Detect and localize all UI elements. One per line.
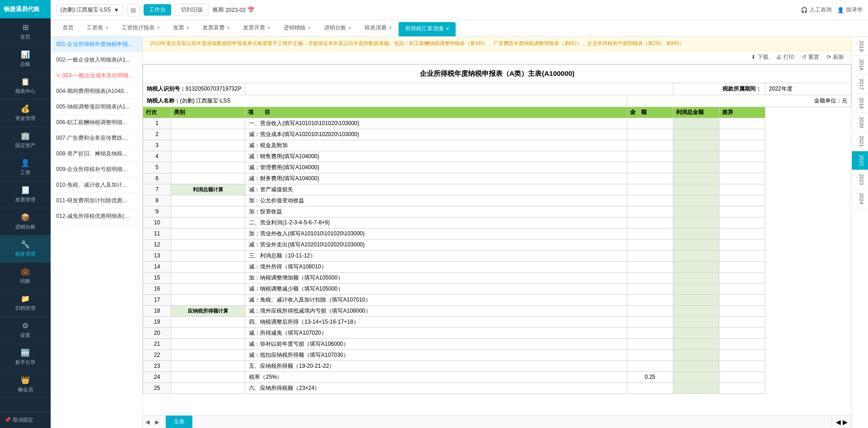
sidebar-item-设置[interactable]: ⚙设置 (0, 317, 51, 344)
left-panel-item-011[interactable]: 011-研发费用加计扣除优惠... (51, 193, 142, 209)
sidebar-item-固定资产[interactable]: 🏢固定资产 (0, 127, 51, 154)
logo[interactable]: 畅捷通易代账 (0, 0, 51, 18)
sheet-nav-right[interactable]: ▶ (152, 419, 162, 425)
tab-close-icon[interactable]: ✕ (348, 25, 352, 30)
tab-工资表[interactable]: 工资表✕ (80, 20, 115, 36)
tab-close-icon[interactable]: ✕ (226, 25, 230, 30)
year-item-2017[interactable]: 2017 (852, 75, 868, 94)
diff-cell[interactable] (719, 250, 765, 261)
year-item-2016[interactable]: 2016 (852, 56, 868, 74)
profit-cell[interactable] (673, 195, 719, 206)
left-panel-item-007[interactable]: 007-广告费和业务宣传费跌... (51, 131, 142, 146)
diff-cell[interactable] (719, 316, 765, 327)
tab-进销稽核[interactable]: 进销稽核✕ (277, 20, 318, 36)
profit-cell[interactable] (673, 228, 719, 239)
amount-cell[interactable] (627, 195, 673, 206)
tab-close-icon[interactable]: ✕ (388, 25, 392, 30)
sidebar-footer[interactable]: 📌 取消固定 (0, 411, 51, 428)
sidebar-item-畅会员[interactable]: 👑畅会员 (0, 371, 51, 398)
diff-cell[interactable] (719, 349, 765, 360)
diff-cell[interactable] (719, 305, 765, 316)
sidebar-item-报表中心[interactable]: 📋报表中心 (0, 73, 51, 100)
year-item-2019[interactable]: 2019 (852, 37, 868, 56)
tab-close-icon[interactable]: ✕ (446, 26, 449, 31)
year-item-2024[interactable]: 2024 (852, 189, 868, 208)
diff-cell[interactable] (719, 206, 765, 217)
tab-close-icon[interactable]: ✕ (267, 25, 271, 30)
profit-cell[interactable] (673, 162, 719, 173)
profit-cell[interactable] (673, 217, 719, 228)
profit-cell[interactable] (673, 327, 719, 338)
amount-cell[interactable] (627, 316, 673, 327)
diff-cell[interactable] (719, 140, 765, 151)
amount-cell[interactable] (627, 184, 673, 195)
amount-cell[interactable] (627, 118, 673, 129)
profit-cell[interactable] (673, 261, 719, 272)
scroll-left-icon[interactable]: ◀ (836, 418, 841, 426)
amount-cell[interactable] (627, 349, 673, 360)
profit-cell[interactable] (673, 294, 719, 305)
profit-cell[interactable] (673, 140, 719, 151)
profit-cell[interactable] (673, 349, 719, 360)
tab-所得税汇算清缴[interactable]: 所得税汇算清缴✕ (399, 22, 456, 36)
amount-cell[interactable] (627, 360, 673, 371)
tab-税表清册[interactable]: 税表清册✕ (358, 20, 399, 36)
sidebar-item-进销台账[interactable]: 📦进销台账 (0, 208, 51, 235)
sidebar-item-税务管理[interactable]: 🔧税务管理 (0, 235, 51, 263)
switch-old-button[interactable]: 切到旧版 (175, 4, 209, 16)
profit-cell[interactable] (673, 239, 719, 250)
profit-cell[interactable] (673, 305, 719, 316)
diff-cell[interactable] (719, 129, 765, 140)
left-panel-item-005[interactable]: 005-纳税调整项目明细表(A1... (51, 99, 142, 115)
amount-cell[interactable] (627, 294, 673, 305)
profit-cell[interactable] (673, 316, 719, 327)
diff-cell[interactable] (719, 283, 765, 294)
amount-cell[interactable] (627, 305, 673, 316)
profit-cell[interactable] (673, 360, 719, 371)
tab-close-icon[interactable]: ✕ (156, 25, 160, 30)
company-selector[interactable]: (勿删) 江西服宝-LSS ▼ (56, 4, 123, 16)
year-item-2023[interactable]: 2023 (852, 170, 868, 189)
left-panel-item-006[interactable]: 006-职工薪酬纳税调整明细... (51, 115, 142, 131)
tab-close-icon[interactable]: ✕ (186, 25, 190, 30)
diff-cell[interactable] (719, 239, 765, 250)
amount-cell[interactable] (627, 338, 673, 349)
diff-cell[interactable] (719, 261, 765, 272)
amount-cell[interactable]: 0.25 (627, 371, 673, 382)
profit-cell[interactable] (673, 338, 719, 349)
amount-cell[interactable] (627, 382, 673, 394)
amount-cell[interactable] (627, 239, 673, 250)
left-panel-item-004[interactable]: 004-期间费用明细表(A1040... (51, 84, 142, 99)
amount-cell[interactable] (627, 206, 673, 217)
left-panel-item-008[interactable]: 008-资产折旧、摊销及纳税... (51, 146, 142, 162)
tab-close-icon[interactable]: ✕ (307, 25, 311, 30)
left-panel-item-003[interactable]: ⊙ 003-一般企业成本支出明细... (51, 68, 142, 84)
left-panel-item-009[interactable]: 009-企业所得税补亏损明细... (51, 162, 142, 177)
user-profile[interactable]: 👤 徐泽华 (837, 6, 862, 14)
diff-cell[interactable] (719, 162, 765, 173)
diff-cell[interactable] (719, 272, 765, 283)
diff-cell[interactable] (719, 294, 765, 305)
amount-cell[interactable] (627, 283, 673, 294)
year-item-2018[interactable]: 2018 (852, 94, 868, 113)
diff-cell[interactable] (719, 360, 765, 371)
amount-cell[interactable] (627, 162, 673, 173)
profit-cell[interactable] (673, 118, 719, 129)
diff-cell[interactable] (719, 151, 765, 162)
sidebar-item-总账[interactable]: 📊总账 (0, 46, 51, 73)
profit-cell[interactable] (673, 173, 719, 184)
amount-cell[interactable] (627, 173, 673, 184)
tab-首页[interactable]: 首页 (56, 20, 80, 36)
diff-cell[interactable] (719, 118, 765, 129)
download-button[interactable]: ⬇ 下载 (751, 53, 769, 61)
user-service[interactable]: 🎧 人工咨询 (801, 6, 832, 14)
amount-cell[interactable] (627, 327, 673, 338)
tab-发票算费[interactable]: 发票算费✕ (196, 20, 237, 36)
amount-cell[interactable] (627, 250, 673, 261)
amount-cell[interactable] (627, 228, 673, 239)
amount-cell[interactable] (627, 217, 673, 228)
sidebar-item-工资[interactable]: 👤工资 (0, 154, 51, 181)
diff-cell[interactable] (719, 228, 765, 239)
year-item-2021[interactable]: 2021 (852, 132, 868, 151)
diff-cell[interactable] (719, 195, 765, 206)
